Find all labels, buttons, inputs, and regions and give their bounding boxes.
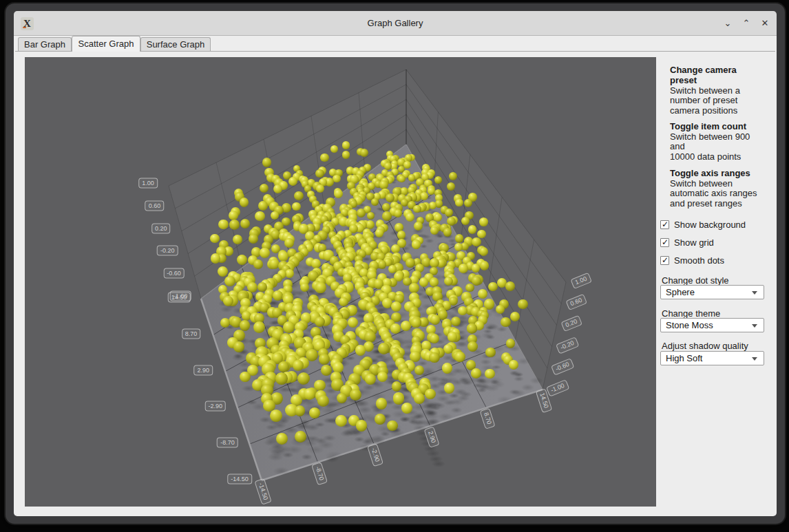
data-point	[442, 363, 452, 373]
data-point	[258, 201, 268, 211]
dropdown-adjust-shadow-quality[interactable]: High Soft	[660, 351, 764, 365]
data-point	[505, 281, 514, 290]
data-point	[401, 321, 411, 331]
title-bar[interactable]: X Graph Gallery ⌄ ⌃ ✕	[14, 11, 777, 36]
data-point	[390, 323, 401, 334]
data-point	[255, 211, 265, 222]
data-point	[454, 243, 463, 251]
check-icon: ✓	[662, 237, 669, 247]
control-panel: Change camera presetSwitch between a num…	[660, 36, 766, 516]
data-point	[271, 211, 279, 220]
data-point	[273, 290, 283, 301]
x-axis-tick: -8.70	[217, 438, 238, 448]
checkbox-box[interactable]: ✓	[660, 220, 669, 229]
data-point	[419, 277, 429, 287]
data-point	[477, 230, 485, 238]
point-shadow	[264, 443, 288, 456]
data-point	[393, 393, 405, 405]
data-point	[392, 381, 402, 392]
link-button-title: Change camera preset	[670, 65, 766, 85]
data-point	[365, 374, 376, 385]
select-label-0: Change dot style	[662, 275, 729, 286]
data-point	[448, 332, 458, 342]
checkbox-label: Smooth dots	[674, 255, 724, 266]
link-button-description: Switch between automatic axis ranges and…	[670, 179, 766, 209]
maximize-icon[interactable]: ⌃	[740, 17, 753, 30]
data-point	[461, 217, 470, 225]
close-icon[interactable]: ✕	[759, 17, 771, 30]
data-point	[364, 331, 376, 343]
data-point	[218, 220, 228, 229]
point-shadow	[425, 417, 442, 426]
data-point	[425, 389, 436, 400]
tab-bar-graph[interactable]: Bar Graph	[18, 37, 72, 51]
point-shadow	[484, 334, 497, 340]
point-shadow	[322, 449, 347, 462]
checkbox-show-background[interactable]: ✓Show background	[660, 220, 746, 230]
point-shadow	[448, 406, 465, 414]
checkbox-label: Show grid	[674, 237, 714, 248]
plot-area[interactable]: 1.000.600.20-0.20-0.60-1.001.000.600.20-…	[25, 57, 656, 507]
data-point	[260, 248, 270, 258]
data-point	[394, 209, 402, 217]
data-point	[249, 234, 258, 244]
point-shadow	[507, 370, 520, 376]
data-point	[335, 415, 347, 427]
point-shadow	[474, 377, 490, 385]
tab-surface-graph[interactable]: Surface Graph	[140, 37, 211, 51]
dropdown-change-dot-style[interactable]: Sphere	[660, 285, 764, 299]
dropdown-value: High Soft	[666, 353, 702, 363]
data-point	[283, 321, 295, 333]
data-point	[458, 306, 467, 316]
link-button-toggle-axis-ranges[interactable]: Toggle axis rangesSwitch between automat…	[670, 168, 766, 209]
data-point	[471, 368, 481, 379]
y-axis-tick-left: 0.60	[145, 200, 165, 211]
dropdown-value: Stone Moss	[666, 320, 713, 330]
data-point	[408, 174, 416, 182]
data-point	[479, 247, 488, 256]
data-point	[406, 258, 415, 268]
point-shadow	[315, 439, 338, 451]
data-point	[356, 420, 368, 432]
window-content: Bar GraphScatter GraphSurface Graph 1.00…	[14, 36, 777, 516]
minimize-icon[interactable]: ⌄	[722, 17, 734, 30]
data-point	[455, 199, 463, 207]
tab-scatter-graph[interactable]: Scatter Graph	[72, 36, 140, 52]
checkbox-show-grid[interactable]: ✓Show grid	[660, 237, 714, 248]
data-point	[319, 354, 330, 365]
data-point	[472, 264, 481, 273]
data-point	[409, 283, 419, 293]
dropdown-value: Sphere	[666, 287, 695, 297]
data-point	[454, 352, 465, 362]
data-point	[480, 261, 489, 270]
y-axis-tick-left: 1.00	[138, 178, 158, 189]
data-point	[468, 225, 477, 234]
data-point	[465, 284, 474, 292]
data-point	[459, 264, 468, 273]
data-point	[506, 339, 516, 348]
data-point	[488, 282, 498, 292]
data-point	[229, 220, 240, 230]
data-point	[237, 255, 247, 265]
dropdown-change-theme[interactable]: Stone Moss	[660, 318, 764, 332]
point-shadow	[270, 465, 293, 477]
x-axis-tick: 2.90	[193, 365, 213, 375]
link-button-change-camera-preset[interactable]: Change camera presetSwitch between a num…	[670, 65, 766, 116]
data-point	[455, 234, 464, 243]
data-point	[240, 219, 250, 228]
data-point	[224, 276, 235, 287]
data-point	[430, 334, 439, 343]
checkbox-box[interactable]: ✓	[660, 238, 669, 247]
x-axis-tick: -14.50	[227, 474, 252, 485]
data-point	[275, 372, 287, 384]
data-point	[288, 177, 297, 186]
check-icon: ✓	[662, 220, 669, 229]
data-point	[233, 341, 244, 352]
checkbox-box[interactable]: ✓	[660, 256, 669, 265]
data-point	[467, 341, 478, 352]
data-point	[485, 348, 495, 357]
link-button-toggle-item-count[interactable]: Toggle item countSwitch between 900 and …	[670, 121, 766, 162]
data-point	[518, 299, 527, 309]
data-point	[501, 317, 510, 327]
checkbox-smooth-dots[interactable]: ✓Smooth dots	[660, 255, 724, 266]
